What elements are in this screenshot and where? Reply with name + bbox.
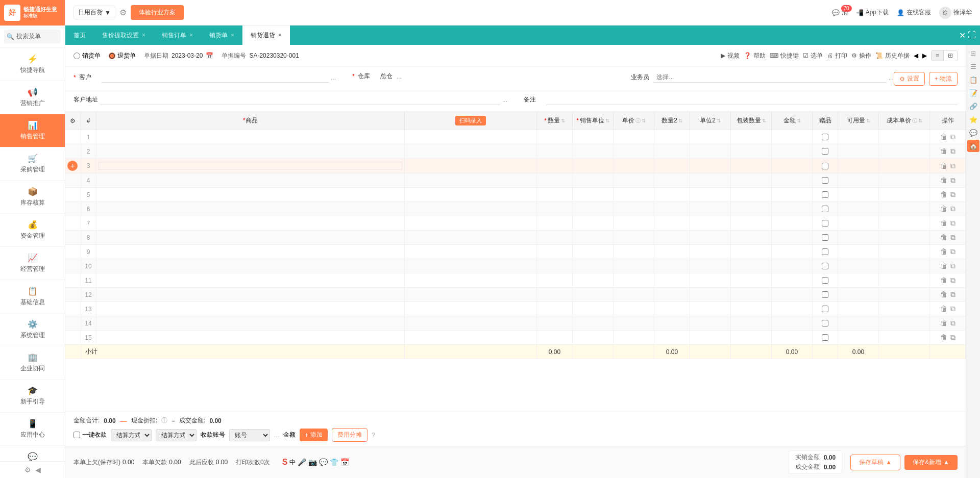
- sidebar-item-enterprise[interactable]: 🏢 企业协同: [0, 346, 65, 380]
- app-download-button[interactable]: 📲 App下载: [856, 8, 889, 17]
- radio-sale-out-input[interactable]: [74, 53, 80, 59]
- rq-btn-4[interactable]: 📝: [967, 87, 979, 99]
- tab-sale-return[interactable]: 销货退货 ×: [242, 26, 290, 45]
- account-dots[interactable]: ...: [274, 432, 279, 439]
- video-btn[interactable]: ▶ 视频: [721, 52, 740, 60]
- settings-bottom-icon[interactable]: ⚙: [24, 466, 31, 474]
- account-select[interactable]: 账号: [229, 429, 270, 441]
- delete-row-icon[interactable]: 🗑: [940, 276, 947, 285]
- next-doc-icon[interactable]: ▶: [922, 52, 927, 59]
- goods-cell[interactable]: [96, 130, 404, 144]
- warehouse-dots[interactable]: ...: [397, 73, 402, 80]
- sidebar-item-sales[interactable]: 📊 销售管理: [0, 114, 65, 147]
- sidebar-item-finance[interactable]: 💰 资金管理: [0, 214, 65, 247]
- delete-row-icon[interactable]: 🗑: [940, 162, 947, 170]
- settle-method-select[interactable]: 结算方式: [111, 429, 152, 441]
- copy-row-icon[interactable]: ⧉: [950, 219, 955, 228]
- collapse-icon[interactable]: ◀: [35, 466, 41, 474]
- rq-btn-8[interactable]: 🏠: [967, 140, 979, 152]
- one-click-pay-checkbox[interactable]: 一键收款: [74, 431, 107, 439]
- th-settings[interactable]: ⚙: [65, 112, 81, 130]
- industry-selector[interactable]: 日用百货 ▼: [74, 6, 115, 19]
- sidebar-item-basics[interactable]: 📋 基础信息: [0, 280, 65, 313]
- delete-row-icon[interactable]: 🗑: [940, 133, 947, 141]
- tab-home[interactable]: 首页: [65, 26, 94, 45]
- copy-row-icon[interactable]: ⧉: [950, 147, 955, 156]
- delete-row-icon[interactable]: 🗑: [940, 262, 947, 270]
- rq-btn-6[interactable]: ⭐: [967, 113, 979, 125]
- gift-checkbox[interactable]: [822, 191, 828, 198]
- print-btn[interactable]: 🖨 打印: [827, 52, 847, 60]
- sidebar-item-operations[interactable]: 📈 经营管理: [0, 247, 65, 280]
- qty-cell[interactable]: [537, 130, 573, 144]
- close-all-tabs-icon[interactable]: ✕: [959, 31, 966, 40]
- delete-row-icon[interactable]: 🗑: [940, 176, 947, 185]
- shortcut-btn[interactable]: ⌨ 快捷键: [770, 52, 799, 60]
- copy-row-icon[interactable]: ⧉: [950, 233, 955, 242]
- sidebar-item-shortcut[interactable]: ⚡ 快捷导航: [0, 48, 65, 81]
- delete-row-icon[interactable]: 🗑: [940, 219, 947, 228]
- fee-split-button[interactable]: 费用分摊: [332, 428, 368, 442]
- radio-sale-return-input[interactable]: [109, 53, 115, 59]
- amount-cell[interactable]: [772, 130, 813, 144]
- delete-row-icon[interactable]: 🗑: [940, 319, 947, 328]
- delete-row-icon[interactable]: 🗑: [940, 233, 947, 242]
- scan-enter-button[interactable]: 扫码录入: [455, 116, 486, 125]
- save-draft-button[interactable]: 保存草稿 ▲: [850, 455, 900, 470]
- copy-row-icon[interactable]: ⧉: [950, 176, 955, 185]
- gift-checkbox[interactable]: [822, 334, 828, 341]
- tab-sale-price-close[interactable]: ×: [142, 32, 145, 39]
- pkg-cell[interactable]: [731, 130, 772, 144]
- goods-input[interactable]: [99, 148, 402, 155]
- gift-checkbox[interactable]: [822, 263, 828, 269]
- view-grid-btn[interactable]: ⊞: [944, 51, 957, 61]
- sidebar-item-inventory[interactable]: 📦 库存核算: [0, 181, 65, 214]
- copy-row-icon[interactable]: ⧉: [950, 290, 955, 299]
- copy-row-icon[interactable]: ⧉: [950, 319, 955, 328]
- operate-btn[interactable]: ⚙ 操作: [851, 52, 871, 60]
- tab-sale-price[interactable]: 售价提取设置 ×: [94, 26, 154, 45]
- copy-row-icon[interactable]: ⧉: [950, 276, 955, 285]
- gift-checkbox[interactable]: [822, 177, 828, 184]
- gift-checkbox[interactable]: [822, 134, 828, 140]
- sidebar-item-wechat[interactable]: 💬 企业微信: [0, 446, 65, 461]
- gift-checkbox[interactable]: [822, 148, 828, 155]
- unit2-cell[interactable]: [690, 130, 731, 144]
- select-btn[interactable]: ☑ 选单: [803, 52, 823, 60]
- history-btn[interactable]: 📜 历史单据: [875, 52, 910, 60]
- one-click-pay-input[interactable]: [74, 432, 80, 438]
- logistics-btn[interactable]: + 物流: [929, 72, 958, 86]
- user-profile-button[interactable]: 徐 徐泽华: [939, 7, 972, 19]
- copy-row-icon[interactable]: ⧉: [950, 190, 955, 199]
- customer-dots[interactable]: ...: [331, 74, 336, 81]
- messages-button[interactable]: 💬 消 70: [832, 8, 848, 17]
- discount-info-icon[interactable]: ⓘ: [161, 416, 167, 425]
- rq-btn-5[interactable]: 🔗: [967, 100, 979, 112]
- radio-sale-out[interactable]: 销货单: [74, 52, 101, 60]
- maximize-icon[interactable]: ⛶: [968, 31, 976, 40]
- staff-input[interactable]: [653, 72, 886, 83]
- fee-help-icon[interactable]: ?: [372, 432, 375, 439]
- sidebar-item-purchase[interactable]: 🛒 采购管理: [0, 147, 65, 181]
- tab-sale-return-close[interactable]: ×: [278, 32, 282, 39]
- gift-checkbox[interactable]: [822, 220, 828, 227]
- delete-row-icon[interactable]: 🗑: [940, 205, 947, 213]
- delete-row-icon[interactable]: 🗑: [940, 305, 947, 313]
- sidebar-item-marketing[interactable]: 📢 营销推广: [0, 81, 65, 114]
- calc-method-select[interactable]: 结算方式: [156, 429, 197, 441]
- customer-input[interactable]: [102, 72, 329, 83]
- goods-input-active[interactable]: [99, 162, 402, 170]
- gift-checkbox[interactable]: [822, 291, 828, 298]
- sidebar-item-newbie[interactable]: 🎓 新手引导: [0, 380, 65, 413]
- qty2-cell[interactable]: [654, 130, 690, 144]
- delete-row-icon[interactable]: 🗑: [940, 147, 947, 156]
- settings-btn[interactable]: ⚙ 设置: [894, 72, 925, 86]
- gift-checkbox[interactable]: [822, 306, 828, 312]
- gift-checkbox[interactable]: [822, 163, 828, 169]
- view-list-btn[interactable]: ≡: [932, 51, 944, 61]
- copy-row-icon[interactable]: ⧉: [950, 205, 955, 213]
- delete-row-icon[interactable]: 🗑: [940, 247, 947, 256]
- calendar-icon[interactable]: 📅: [206, 52, 213, 59]
- delete-row-icon[interactable]: 🗑: [940, 190, 947, 199]
- copy-row-icon[interactable]: ⧉: [950, 262, 955, 270]
